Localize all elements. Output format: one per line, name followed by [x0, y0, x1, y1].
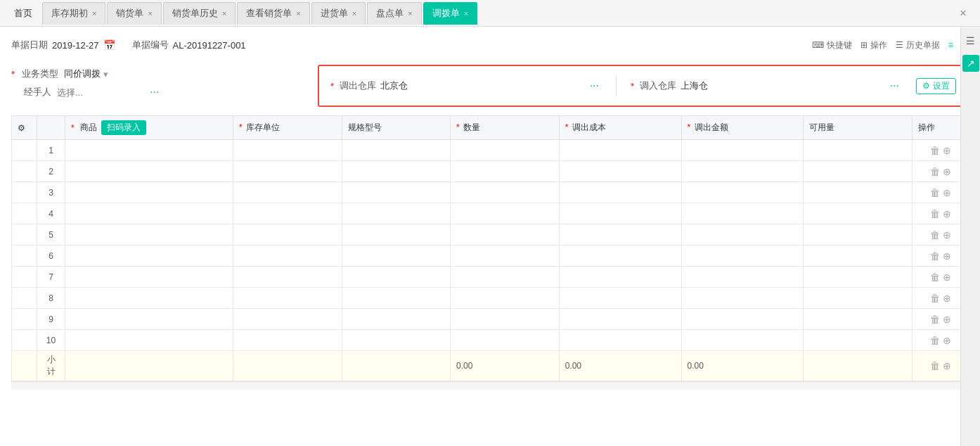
tab-close-sales-history[interactable]: ×: [222, 9, 226, 18]
tab-close-view-sales[interactable]: ×: [296, 9, 300, 18]
copy-row-icon[interactable]: ⊕: [941, 360, 953, 371]
th-gear[interactable]: ⚙: [12, 116, 37, 140]
tab-close-stocktake[interactable]: ×: [408, 9, 412, 18]
tab-view-sales[interactable]: 查看销货单 ×: [237, 2, 309, 25]
operations-label: 操作: [870, 39, 887, 51]
row-product-cell: [65, 351, 233, 381]
bottom-scrollbar[interactable]: [11, 381, 969, 390]
delete-row-icon[interactable]: 🗑: [929, 187, 941, 198]
row-spec-cell: [342, 309, 451, 330]
delete-row-icon[interactable]: 🗑: [929, 272, 941, 283]
tab-inventory-init[interactable]: 库存期初 ×: [42, 2, 105, 25]
window-close-button[interactable]: ×: [952, 2, 974, 25]
row-product-cell[interactable]: [65, 309, 233, 330]
row-product-cell[interactable]: [65, 203, 233, 224]
row-product-cell[interactable]: [65, 288, 233, 309]
tab-bar: 首页 库存期初 × 销货单 × 销货单历史 × 查看销货单 × 进货单 × 盘点…: [0, 0, 980, 27]
delete-row-icon[interactable]: 🗑: [929, 145, 941, 156]
table-row: 1🗑⊕: [12, 140, 969, 161]
delete-row-icon[interactable]: 🗑: [929, 335, 941, 346]
date-value: 2019-12-27: [52, 40, 99, 51]
copy-row-icon[interactable]: ⊕: [941, 229, 953, 241]
copy-row-icon[interactable]: ⊕: [941, 314, 953, 325]
delete-row-icon[interactable]: 🗑: [929, 360, 941, 371]
form-section: * 业务类型 同价调拨 ▾ 经手人 ··· * 调出仓库 北京仓 ···: [11, 63, 969, 108]
copy-row-icon[interactable]: ⊕: [941, 187, 953, 198]
business-type-select[interactable]: 同价调拨 ▾: [64, 68, 148, 80]
row-amount-cell: [681, 203, 804, 224]
toolbar-right: ⌨ 快捷键 ⊞ 操作 ☰ 历史单据 ≡ ⊟: [812, 39, 969, 51]
row-cost-cell: [559, 140, 681, 161]
th-num: [37, 116, 65, 140]
row-number: 1: [37, 140, 65, 161]
copy-row-icon[interactable]: ⊕: [941, 335, 953, 346]
scan-btn[interactable]: 扫码录入: [101, 120, 146, 135]
layout1-btn[interactable]: ≡: [948, 40, 953, 50]
tab-transfer-label: 调拨单: [432, 7, 460, 20]
delete-row-icon[interactable]: 🗑: [929, 166, 941, 177]
row-amount-cell: [681, 140, 804, 161]
operations-btn[interactable]: ⊞ 操作: [860, 39, 887, 51]
row-amount-cell: [681, 224, 804, 246]
delete-row-icon[interactable]: 🗑: [929, 229, 941, 241]
row-product-cell[interactable]: [65, 246, 233, 267]
handler-ellipsis[interactable]: ···: [147, 86, 162, 98]
row-unit-cell: [233, 267, 342, 288]
row-qty-cell: [451, 288, 560, 309]
table-row: 10🗑⊕: [12, 330, 969, 351]
tab-close-purchase[interactable]: ×: [352, 9, 356, 18]
calendar-icon[interactable]: 📅: [103, 39, 115, 51]
tab-purchase[interactable]: 进货单 ×: [311, 2, 366, 25]
tab-home[interactable]: 首页: [6, 2, 41, 25]
delete-row-icon[interactable]: 🗑: [929, 314, 941, 325]
operations-icon: ⊞: [860, 40, 868, 50]
handler-input[interactable]: [57, 87, 141, 98]
date-field: 单据日期 2019-12-27 📅: [11, 39, 115, 51]
row-number: 6: [37, 246, 65, 267]
row-product-cell[interactable]: [65, 140, 233, 161]
delete-row-icon[interactable]: 🗑: [929, 208, 941, 219]
copy-row-icon[interactable]: ⊕: [941, 166, 953, 177]
copy-row-icon[interactable]: ⊕: [941, 250, 953, 262]
copy-row-icon[interactable]: ⊕: [941, 272, 953, 283]
th-product-label: 商品: [80, 122, 97, 134]
gear-icon[interactable]: ⚙: [18, 123, 25, 133]
row-product-cell[interactable]: [65, 267, 233, 288]
copy-row-icon[interactable]: ⊕: [941, 145, 953, 156]
row-qty-cell: [451, 224, 560, 246]
th-cost-label: 调出成本: [572, 122, 606, 132]
shortcut-btn[interactable]: ⌨ 快捷键: [812, 39, 852, 51]
row-product-cell[interactable]: [65, 224, 233, 246]
row-number: 2: [37, 161, 65, 182]
settings-label: 设置: [933, 80, 950, 92]
right-sidebar: ☰ ↗: [960, 27, 980, 397]
copy-row-icon[interactable]: ⊕: [941, 208, 953, 219]
warehouse-divider: [616, 75, 617, 96]
row-gear-cell: [12, 267, 37, 288]
row-product-cell[interactable]: [65, 161, 233, 182]
row-product-cell[interactable]: [65, 182, 233, 203]
settings-button[interactable]: ⚙ 设置: [916, 78, 956, 94]
tab-sales-order[interactable]: 销货单 ×: [107, 2, 161, 25]
source-warehouse-ellipsis[interactable]: ···: [587, 79, 602, 92]
delete-row-icon[interactable]: 🗑: [929, 293, 941, 304]
th-available: 可用量: [804, 116, 913, 140]
sidebar-list-icon[interactable]: ☰: [962, 32, 979, 49]
tab-close-sales-order[interactable]: ×: [148, 9, 152, 18]
tab-close-inventory-init[interactable]: ×: [92, 9, 96, 18]
row-product-cell[interactable]: [65, 330, 233, 351]
row-amount-cell: 0.00: [681, 351, 804, 381]
copy-row-icon[interactable]: ⊕: [941, 293, 953, 304]
main-content: 单据日期 2019-12-27 📅 单据编号 AL-20191227-001 ⌨…: [0, 27, 980, 397]
tab-transfer[interactable]: 调拨单 ×: [423, 2, 477, 25]
tab-stocktake[interactable]: 盘点单 ×: [367, 2, 421, 25]
tab-sales-history[interactable]: 销货单历史 ×: [163, 2, 236, 25]
delete-row-icon[interactable]: 🗑: [929, 250, 941, 262]
table-row: 4🗑⊕: [12, 203, 969, 224]
business-type-star: *: [11, 69, 15, 79]
history-btn[interactable]: ☰ 历史单据: [896, 39, 940, 51]
sidebar-expand-icon[interactable]: ↗: [962, 55, 979, 72]
target-warehouse-ellipsis[interactable]: ···: [887, 79, 902, 92]
tab-close-transfer[interactable]: ×: [464, 9, 468, 18]
business-type-arrow[interactable]: ▾: [103, 69, 108, 79]
